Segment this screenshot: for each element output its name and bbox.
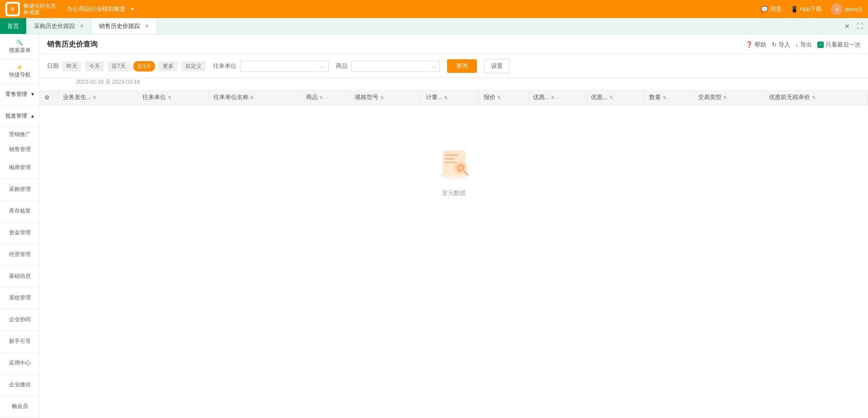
top-bar-left: 6 畅捷信好生意 标准版 办公用品行业模拟账套 ▾	[5, 2, 134, 16]
date-btn-today[interactable]: 今天	[85, 61, 104, 71]
unit-sort-icon[interactable]: ⇅	[444, 95, 448, 100]
tab-bar: 首页 采购历史价跟踪 ✕ 销售历史价跟踪 ✕ ✕ ⛶	[0, 18, 868, 34]
page-title-bar: 销售历史价查询 ❓ 帮助 ↻ 导入 ↓ 导出 ✓	[47, 40, 861, 49]
sidebar-item-enterprise-wechat[interactable]: 企业微信	[0, 374, 39, 396]
sidebar-item-search-menu[interactable]: 🔍 搜索菜单	[0, 34, 39, 59]
th-discount2-label: 优惠...	[591, 94, 608, 100]
sales-history-tab-close[interactable]: ✕	[145, 23, 149, 29]
product-input-dots[interactable]: ...	[431, 63, 436, 69]
only-last-checkbox[interactable]: ✓	[817, 42, 824, 48]
table-header-row: ⚙ 业务发生... ⇅ 往来单位 ⇅ 往来单位名称 ⇅	[40, 90, 868, 105]
tab-sales-history[interactable]: 销售历史价跟踪 ✕	[92, 18, 157, 34]
app-title-dropdown[interactable]: ▾	[131, 6, 134, 12]
user-avatar-area[interactable]: d demo2	[831, 3, 863, 15]
date-btn-more[interactable]: 更多	[159, 61, 178, 71]
tab-home[interactable]: 首页	[0, 18, 27, 34]
quote-sort-icon[interactable]: ⇅	[497, 95, 501, 100]
partner-name-sort-icon[interactable]: ⇅	[250, 95, 254, 100]
th-product-label: 商品	[306, 94, 318, 100]
discount2-sort-icon[interactable]: ⇅	[609, 95, 613, 100]
sidebar-sub-item-sales-mgmt[interactable]: 销售管理	[0, 142, 39, 157]
partner-input-field[interactable]	[244, 63, 320, 70]
th-unit[interactable]: 计量... ⇅	[421, 90, 479, 105]
th-partner-name-label: 往来单位名称	[213, 94, 249, 100]
partner-input-dots[interactable]: ...	[320, 63, 325, 69]
sidebar-item-new-user-guide[interactable]: 新手引导	[0, 331, 39, 352]
product-sort-icon[interactable]: ⇅	[319, 95, 323, 100]
sidebar-item-retail-mgmt[interactable]: 零售管理 ▾	[0, 84, 39, 105]
th-spec[interactable]: 规格型号 ⇅	[350, 90, 421, 105]
quantity-sort-icon[interactable]: ⇅	[663, 95, 666, 100]
tab-purchase-history[interactable]: 采购历史价跟踪 ✕	[27, 18, 92, 34]
search-menu-icon: 🔍	[16, 39, 23, 47]
date-btn-1month[interactable]: 近1月	[133, 61, 156, 71]
biz-date-sort-icon[interactable]: ⇅	[93, 95, 96, 100]
empty-state-row: 暂元数据	[40, 105, 868, 234]
import-btn[interactable]: ↻ 导入	[772, 41, 790, 49]
logo-icon: 6	[7, 4, 18, 14]
partner-filter-input[interactable]: ...	[240, 61, 329, 72]
partner-code-sort-icon[interactable]: ⇅	[168, 95, 171, 100]
table-header: ⚙ 业务发生... ⇅ 往来单位 ⇅ 往来单位名称 ⇅	[40, 90, 868, 105]
th-trade-type[interactable]: 交易类型 ⇅	[693, 90, 764, 105]
sidebar-item-finance-mgmt[interactable]: 资金管理	[0, 222, 39, 244]
help-btn[interactable]: ❓ 帮助	[745, 41, 766, 49]
message-btn[interactable]: 💬 消息	[761, 5, 782, 13]
only-last-checkbox-label[interactable]: ✓ 只看最后一次	[817, 41, 861, 49]
th-quantity[interactable]: 数量 ⇅	[644, 90, 693, 105]
th-discount2[interactable]: 优惠... ⇅	[586, 90, 645, 105]
trade-type-sort-icon[interactable]: ⇅	[723, 95, 727, 100]
th-discount1[interactable]: 优惠... ⇅	[528, 90, 586, 105]
quick-nav-icon: ⚡	[16, 64, 23, 71]
data-table: ⚙ 业务发生... ⇅ 往来单位 ⇅ 往来单位名称 ⇅	[40, 90, 868, 233]
sidebar-item-basic-info[interactable]: 基础信息	[0, 266, 39, 287]
partner-filter-group: 往来单位 ...	[213, 61, 329, 72]
date-btn-yesterday[interactable]: 昨天	[62, 61, 81, 71]
app-download-btn[interactable]: 📱 App下载	[791, 5, 822, 13]
th-quote[interactable]: 报价 ⇅	[479, 90, 528, 105]
sidebar-item-enterprise-collab[interactable]: 企业协同	[0, 309, 39, 331]
settings-icon[interactable]: ⚙	[44, 94, 50, 101]
purchase-history-tab-close[interactable]: ✕	[80, 23, 84, 29]
sidebar-item-operations-mgmt[interactable]: 经营管理	[0, 244, 39, 266]
query-button[interactable]: 查询	[447, 59, 477, 73]
page-actions: ❓ 帮助 ↻ 导入 ↓ 导出 ✓ 只看最后一次	[745, 41, 861, 49]
product-filter-label: 商品	[336, 62, 348, 70]
product-filter-input[interactable]: ...	[351, 61, 440, 72]
th-settings[interactable]: ⚙	[40, 90, 58, 105]
date-btn-custom[interactable]: 自定义	[181, 61, 206, 71]
date-btn-7days[interactable]: 近7天	[108, 61, 130, 71]
app-name: 畅捷信好生意 标准版	[24, 3, 56, 16]
th-product[interactable]: 商品 ⇅	[301, 90, 350, 105]
th-partner-name[interactable]: 往来单位名称 ⇅	[208, 90, 301, 105]
wholesale-mgmt-arrow-icon: ▴	[31, 112, 34, 120]
sidebar-sub-item-marketing[interactable]: 营销推广	[0, 127, 39, 142]
close-tab-btn[interactable]: ✕	[843, 22, 852, 31]
th-partner-code[interactable]: 往来单位 ⇅	[138, 90, 209, 105]
discount1-sort-icon[interactable]: ⇅	[551, 95, 555, 100]
sidebar-item-ecommerce-mgmt[interactable]: 电商管理	[0, 157, 39, 179]
pretax-price-sort-icon[interactable]: ⇅	[812, 95, 816, 100]
page-header: 销售历史价查询 ❓ 帮助 ↻ 导入 ↓ 导出 ✓	[40, 34, 868, 54]
sidebar-item-quick-nav[interactable]: ⚡ 快捷导航	[0, 59, 39, 84]
th-biz-date-label: 业务发生...	[63, 94, 91, 100]
date-filter-label: 日期	[47, 62, 59, 70]
message-icon: 💬	[761, 6, 768, 13]
sidebar-item-purchase-mgmt[interactable]: 采购管理	[0, 179, 39, 200]
purchase-history-tab-label: 采购历史价跟踪	[34, 22, 75, 30]
product-input-field[interactable]	[355, 63, 431, 70]
th-biz-date[interactable]: 业务发生... ⇅	[58, 90, 138, 105]
sidebar-item-wholesale-mgmt[interactable]: 批发管理 ▴	[0, 105, 39, 127]
export-btn[interactable]: ↓ 导出	[796, 41, 812, 49]
sidebar-item-system-mgmt[interactable]: 系统管理	[0, 287, 39, 309]
setting-button[interactable]: 设置	[484, 59, 509, 73]
sidebar-item-member-club[interactable]: 畅会员	[0, 396, 39, 418]
maximize-tab-btn[interactable]: ⛶	[855, 22, 864, 31]
th-pretax-price[interactable]: 优惠前无税单价 ⇅	[764, 90, 868, 105]
th-pretax-price-label: 优惠前无税单价	[769, 94, 810, 100]
spec-sort-icon[interactable]: ⇅	[380, 95, 384, 100]
filter-bar: 日期 昨天 今天 近7天 近1月 更多 自定义 往来单位 ... 商品 ...	[40, 54, 868, 78]
sidebar-item-app-center[interactable]: 应用中心	[0, 352, 39, 374]
empty-state: 暂元数据	[40, 105, 868, 233]
sidebar-item-inventory-check[interactable]: 库存核算	[0, 200, 39, 222]
